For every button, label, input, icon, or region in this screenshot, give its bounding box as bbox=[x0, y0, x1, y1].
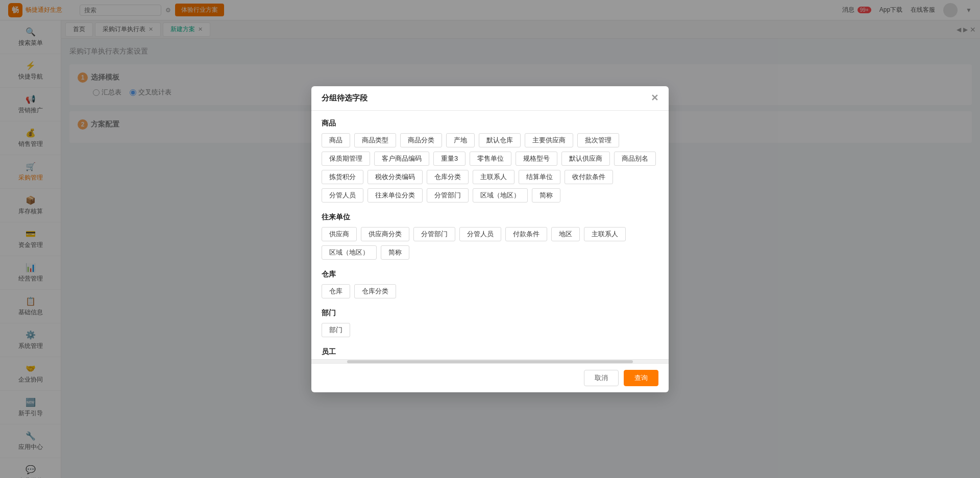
field-tag-0-1[interactable]: 商品类型 bbox=[354, 133, 396, 147]
field-select-modal: 分组待选字段 ✕ 商品商品商品类型商品分类产地默认仓库主要供应商批次管理保质期管… bbox=[311, 86, 669, 152]
modal-body[interactable]: 商品商品商品类型商品分类产地默认仓库主要供应商批次管理保质期管理客户商品编码重量… bbox=[311, 111, 669, 152]
field-tags-goods: 商品商品类型商品分类产地默认仓库主要供应商批次管理保质期管理客户商品编码重量3零… bbox=[322, 133, 658, 152]
field-section-goods: 商品商品商品类型商品分类产地默认仓库主要供应商批次管理保质期管理客户商品编码重量… bbox=[322, 119, 658, 152]
modal-close-button[interactable]: ✕ bbox=[651, 93, 658, 103]
field-tag-0-2[interactable]: 商品分类 bbox=[400, 133, 442, 147]
field-tag-0-4[interactable]: 默认仓库 bbox=[479, 133, 521, 147]
modal-overlay: 分组待选字段 ✕ 商品商品商品类型商品分类产地默认仓库主要供应商批次管理保质期管… bbox=[0, 0, 980, 151]
modal-header: 分组待选字段 ✕ bbox=[311, 86, 669, 111]
section-title-goods: 商品 bbox=[322, 119, 658, 128]
modal-title: 分组待选字段 bbox=[322, 93, 368, 103]
field-tag-0-0[interactable]: 商品 bbox=[322, 133, 350, 147]
field-tag-0-6[interactable]: 批次管理 bbox=[577, 133, 619, 147]
field-tag-0-5[interactable]: 主要供应商 bbox=[525, 133, 573, 147]
field-tag-0-3[interactable]: 产地 bbox=[446, 133, 475, 147]
